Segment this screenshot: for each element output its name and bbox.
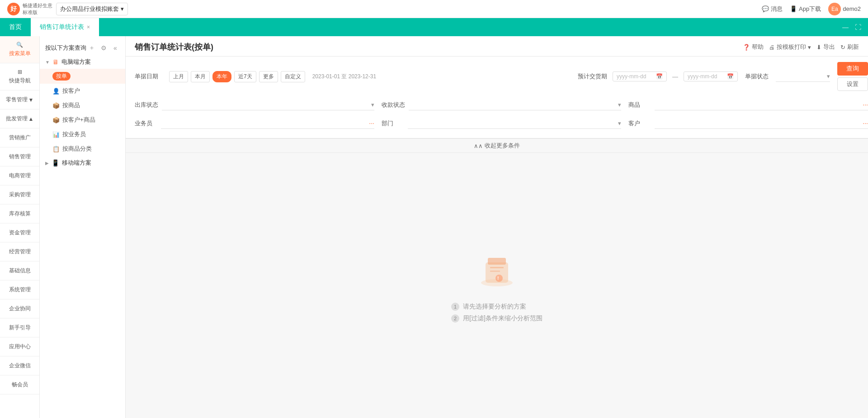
- filter-row-3: 业务员 ··· 部门: [135, 114, 868, 133]
- calendar-end-icon: 📅: [727, 73, 734, 80]
- svg-rect-3: [490, 267, 504, 268]
- product-icon: 📦: [52, 102, 60, 109]
- customer-select[interactable]: ···: [655, 118, 868, 129]
- salesperson-select[interactable]: ···: [161, 118, 374, 129]
- payment-status-select[interactable]: ▾: [409, 100, 621, 110]
- date-btn-more[interactable]: 更多: [259, 71, 278, 82]
- date-input-end[interactable]: yyyy-mm-dd 📅: [684, 71, 738, 81]
- sidebar-item-guide[interactable]: 新手引导: [0, 318, 39, 337]
- tab-close-icon[interactable]: ×: [87, 24, 90, 30]
- sidebar-item-inventory[interactable]: 库存核算: [0, 204, 39, 223]
- active-scheme-badge: 按单: [52, 72, 71, 81]
- svg-rect-4: [490, 271, 500, 272]
- ship-dropdown-icon: ▾: [371, 101, 374, 108]
- sidebar-item-quick-nav[interactable]: ⊞ 快捷导航: [0, 63, 39, 90]
- tree-child-by-customer[interactable]: 👤 按客户: [40, 84, 125, 98]
- refresh-button[interactable]: ↻ 刷新: [840, 43, 859, 51]
- mobile-folder-icon: 📱: [52, 159, 59, 166]
- help-button[interactable]: ❓ 帮助: [743, 43, 764, 51]
- sidebar-item-cooperation[interactable]: 企业协同: [0, 299, 39, 318]
- empty-tips: 1 请先选择要分析的方案 2 用[过滤]条件来缩小分析范围: [451, 303, 542, 323]
- tree-child-by-customer-product[interactable]: 📦 按客户+商品: [40, 113, 125, 127]
- add-scheme-button[interactable]: ＋: [87, 43, 96, 52]
- sidebar-item-wechat[interactable]: 企业微信: [0, 356, 39, 375]
- minimize-button[interactable]: —: [841, 23, 850, 32]
- sidebar-item-basic[interactable]: 基础信息: [0, 261, 39, 280]
- date-btn-7days[interactable]: 近7天: [234, 71, 256, 82]
- print-icon: 🖨: [769, 44, 775, 51]
- filter-row-1: 单据日期 上月 本月 本年 近7天 更多 自定义 2023-01-01 至 20…: [135, 62, 868, 91]
- message-button[interactable]: 💬 消息: [762, 5, 783, 13]
- grid-icon: ⊞: [18, 69, 22, 75]
- sidebar-item-wholesale[interactable]: 批发管理 ▲: [0, 109, 39, 128]
- tree-parent-desktop[interactable]: ▼ 🖥 电脑端方案: [40, 55, 125, 69]
- tree-parent-mobile[interactable]: ▶ 📱 移动端方案: [40, 156, 125, 170]
- department-content: ▾: [408, 118, 621, 129]
- sidebar-item-system[interactable]: 系统管理: [0, 280, 39, 299]
- query-button[interactable]: 查询: [837, 62, 868, 76]
- sidebar-item-member[interactable]: 畅会员: [0, 375, 39, 394]
- app-download-button[interactable]: 📱 App下载: [790, 5, 821, 13]
- sidebar-item-operation[interactable]: 经营管理: [0, 242, 39, 261]
- order-status-label: 单据状态: [745, 72, 772, 81]
- window-controls: — ⛶: [841, 23, 868, 32]
- print-button[interactable]: 🖨 按模板打印 ▾: [769, 43, 811, 51]
- salesperson-content: ···: [161, 118, 374, 129]
- department-select[interactable]: ▾: [408, 118, 621, 129]
- account-selector[interactable]: 办公用品行业模拟账套 ▾: [56, 3, 128, 15]
- salesperson-cell: 业务员 ···: [135, 118, 374, 129]
- payment-status-content: ▾: [409, 100, 621, 110]
- sidebar: 🔍 搜索菜单 ⊞ 快捷导航 零售管理 ▼ 批发管理 ▲ 营销推广 销售管理 电商…: [0, 36, 40, 418]
- sidebar-item-marketing[interactable]: 营销推广: [0, 128, 39, 147]
- tree-child-by-order[interactable]: 按单: [40, 69, 125, 84]
- svg-rect-2: [488, 258, 506, 265]
- sidebar-item-search[interactable]: 🔍 搜索菜单: [0, 36, 39, 63]
- tree-child-by-product[interactable]: 📦 按商品: [40, 98, 125, 113]
- sidebar-item-retail[interactable]: 零售管理 ▼: [0, 90, 39, 109]
- tip-num-1: 1: [451, 303, 459, 311]
- salesperson-more-icon: ···: [369, 119, 374, 127]
- maximize-button[interactable]: ⛶: [854, 23, 863, 32]
- sidebar-item-purchase[interactable]: 采购管理: [0, 185, 39, 204]
- order-status-select[interactable]: ▾: [776, 71, 830, 82]
- ship-status-cell: 出库状态 ▾: [135, 100, 374, 110]
- product-more-icon: ···: [863, 101, 868, 108]
- sidebar-item-appstore[interactable]: 应用中心: [0, 337, 39, 356]
- date-btn-custom[interactable]: 自定义: [281, 71, 305, 82]
- payment-status-label: 收款状态: [382, 101, 405, 109]
- user-menu[interactable]: Ea demo2: [828, 3, 861, 15]
- product-select[interactable]: ···: [655, 99, 868, 110]
- tree-child-by-category[interactable]: 📋 按商品分类: [40, 142, 125, 156]
- nav-tabs: 首页 销售订单统计表 × — ⛶: [0, 18, 868, 36]
- filter-row-2: 出库状态 ▾ 收款状态: [135, 95, 868, 114]
- date-btn-this-month[interactable]: 本月: [191, 71, 210, 82]
- settings-scheme-button[interactable]: ⚙: [99, 43, 108, 52]
- left-panel: 按以下方案查询 ＋ ⚙ « ▼ 🖥 电脑端方案 按单 👤: [40, 36, 126, 418]
- department-cell: 部门 ▾: [382, 118, 621, 129]
- collapse-panel-button[interactable]: «: [111, 43, 120, 52]
- date-btn-last-month[interactable]: 上月: [169, 71, 188, 82]
- top-bar-right: 💬 消息 📱 App下载 Ea demo2: [762, 3, 861, 15]
- tab-home[interactable]: 首页: [0, 18, 31, 36]
- settings-button[interactable]: 设置: [837, 77, 868, 91]
- sidebar-item-ecommerce[interactable]: 电商管理: [0, 166, 39, 185]
- collapse-filters-button[interactable]: ∧∧ 收起更多条件: [474, 142, 520, 150]
- sidebar-item-finance[interactable]: 资金管理: [0, 223, 39, 242]
- tip-num-2: 2: [451, 314, 459, 323]
- export-button[interactable]: ⬇ 导出: [816, 43, 835, 51]
- top-bar: 好 畅捷通好生意 标准版 办公用品行业模拟账套 ▾ 💬 消息 📱 App下载 E…: [0, 0, 868, 18]
- tree-child-by-salesperson[interactable]: 📊 按业务员: [40, 127, 125, 142]
- date-btn-this-year[interactable]: 本年: [212, 71, 231, 82]
- right-panel: 销售订单统计表(按单) ❓ 帮助 🖨 按模板打印 ▾ ⬇ 导出: [126, 36, 868, 418]
- ship-status-select[interactable]: ▾: [162, 100, 374, 110]
- tab-sales-order-stats[interactable]: 销售订单统计表 ×: [31, 18, 99, 36]
- folder-icon: 🖥: [52, 58, 59, 66]
- customer-more-icon: ···: [863, 119, 868, 127]
- person-icon: 👤: [52, 88, 60, 95]
- left-panel-title: 按以下方案查询: [45, 44, 86, 52]
- sidebar-item-sales[interactable]: 销售管理: [0, 147, 39, 166]
- ship-status-label: 出库状态: [135, 101, 158, 109]
- date-input-start[interactable]: yyyy-mm-dd 📅: [613, 71, 667, 81]
- message-icon: 💬: [762, 5, 769, 12]
- department-label: 部门: [382, 119, 404, 128]
